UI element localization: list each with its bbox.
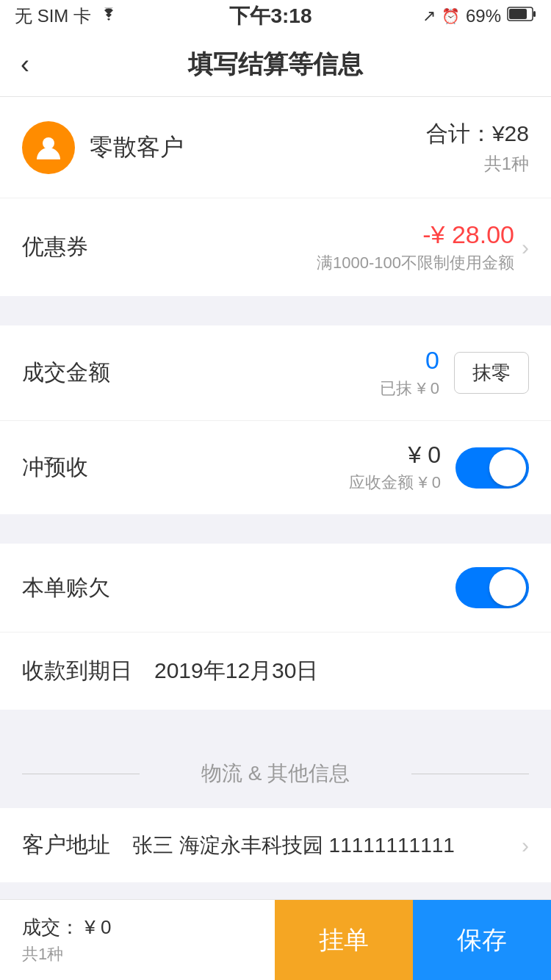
back-button[interactable]: ‹: [21, 49, 29, 80]
deal-amount-value-block: 0 已抹 ¥ 0: [380, 346, 439, 400]
svg-rect-1: [509, 9, 527, 19]
person-icon: [34, 133, 63, 162]
carrier-text: 无 SIM 卡: [15, 4, 91, 28]
time-text: 下午3:18: [229, 2, 311, 30]
debit-label: 本单赊欠: [22, 573, 110, 603]
status-bar: 无 SIM 卡 下午3:18 ↗ ⏰ 69%: [0, 0, 551, 32]
prepay-right: ¥ 0 应收金额 ¥ 0: [349, 442, 529, 494]
coupon-row[interactable]: 优惠券 -¥ 28.00 满1000-100不限制使用金额 ›: [0, 198, 551, 296]
deal-amount-card: 成交金额 0 已抹 ¥ 0 抹零 冲预收 ¥ 0 应收金额 ¥ 0: [0, 325, 551, 514]
debit-toggle[interactable]: [455, 567, 529, 608]
wifi-icon: [98, 6, 119, 26]
prepay-toggle[interactable]: [455, 447, 529, 489]
coupon-description: 满1000-100不限制使用金额: [317, 252, 514, 274]
status-left: 无 SIM 卡: [15, 4, 119, 28]
coupon-value-block: -¥ 28.00 满1000-100不限制使用金额: [317, 220, 514, 274]
customer-name: 零散客户: [90, 131, 184, 164]
debit-card: 本单赊欠 收款到期日 2019年12月30日: [0, 544, 551, 710]
address-label: 客户地址: [22, 830, 110, 860]
logistics-header: 物流 & 其他信息: [0, 739, 551, 808]
deal-amount-label: 成交金额: [22, 358, 110, 388]
due-date-row: 收款到期日 2019年12月30日: [0, 632, 551, 710]
section-divider-1: [0, 311, 551, 325]
page-title: 填写结算等信息: [188, 48, 363, 82]
svg-rect-2: [533, 11, 536, 17]
total-count: 共1种: [426, 152, 529, 176]
coupon-label: 优惠券: [22, 232, 88, 262]
coupon-discount: -¥ 28.00: [317, 220, 514, 249]
debit-row: 本单赊欠: [0, 544, 551, 632]
svg-point-3: [43, 137, 54, 149]
due-date-value: 2019年12月30日: [154, 656, 318, 686]
customer-right: 合计：¥28 共1种: [426, 119, 529, 176]
alarm-icon: ⏰: [442, 7, 460, 25]
round-zero-button[interactable]: 抹零: [454, 352, 529, 394]
chevron-right-icon: ›: [522, 235, 529, 260]
location-icon: ↗: [422, 7, 436, 26]
customer-card: 零散客户 合计：¥28 共1种 优惠券 -¥ 28.00 满1000-100不限…: [0, 97, 551, 296]
coupon-right: -¥ 28.00 满1000-100不限制使用金额 ›: [317, 220, 529, 274]
nav-bar: ‹ 填写结算等信息: [0, 32, 551, 97]
save-button[interactable]: 保存: [413, 900, 551, 981]
address-row[interactable]: 客户地址 张三 海淀永丰科技园 11111111111 ›: [0, 808, 551, 882]
prepay-sub: 应收金额 ¥ 0: [349, 472, 441, 494]
prepay-row: 冲预收 ¥ 0 应收金额 ¥ 0: [0, 421, 551, 514]
bottom-summary-count: 共1种: [22, 943, 253, 965]
section-divider-2: [0, 529, 551, 544]
deal-amount-right: 0 已抹 ¥ 0 抹零: [380, 346, 529, 400]
prepay-amount: ¥ 0: [349, 442, 441, 469]
address-card: 客户地址 张三 海淀永丰科技园 11111111111 ›: [0, 808, 551, 882]
address-value: 张三 海淀永丰科技园 11111111111: [132, 832, 522, 860]
battery-text: 69%: [466, 6, 501, 26]
deal-amount-input[interactable]: 0: [380, 346, 439, 375]
prepay-amount-block: ¥ 0 应收金额 ¥ 0: [349, 442, 441, 494]
logistics-title: 物流 & 其他信息: [201, 760, 350, 788]
address-chevron-icon: ›: [522, 833, 529, 858]
status-right: ↗ ⏰ 69%: [422, 6, 536, 26]
bottom-bar: 成交： ¥ 0 共1种 挂单 保存: [0, 899, 551, 980]
customer-avatar: [22, 121, 75, 174]
bottom-summary: 成交： ¥ 0 共1种: [0, 915, 275, 965]
bottom-summary-amount: 成交： ¥ 0: [22, 915, 253, 940]
battery-icon: [507, 6, 536, 26]
section-divider-3: [0, 724, 551, 739]
due-date-label: 收款到期日: [22, 656, 132, 686]
total-amount: 合计：¥28: [426, 119, 529, 149]
customer-row: 零散客户 合计：¥28 共1种: [0, 97, 551, 198]
hang-button[interactable]: 挂单: [275, 900, 413, 981]
deal-amount-sub: 已抹 ¥ 0: [380, 378, 439, 400]
deal-amount-row: 成交金额 0 已抹 ¥ 0 抹零: [0, 325, 551, 421]
prepay-label: 冲预收: [22, 453, 88, 483]
customer-left: 零散客户: [22, 121, 184, 174]
